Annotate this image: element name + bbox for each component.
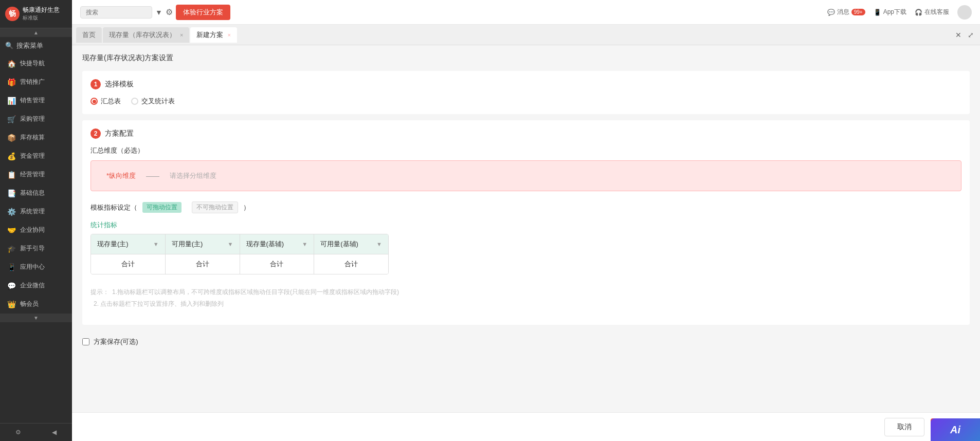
app-version: 标准版: [23, 14, 60, 22]
message-label: 消息: [837, 8, 849, 16]
search-input[interactable]: [80, 6, 152, 19]
tip-1-text: 1.拖动标题栏可以调整布局，不可跨维度或指标区域拖动任目字段(只能在同一维度或指…: [112, 288, 399, 297]
window-controls: ✕ ⤢: [953, 30, 976, 40]
sidebar-scroll-up[interactable]: ▲: [0, 28, 72, 37]
radio-cross[interactable]: 交叉统计表: [131, 97, 175, 106]
cancel-button[interactable]: 取消: [884, 418, 924, 436]
sidebar-item-nav[interactable]: 🏠 快捷导航: [0, 54, 72, 73]
sidebar-item-stock[interactable]: 📦 库存核算: [0, 128, 72, 147]
sidebar-item-enterprise[interactable]: 🤝 企业协同: [0, 221, 72, 240]
col-aux-stock[interactable]: 现存量(基辅) ▼: [240, 234, 315, 254]
sidebar-item-sales[interactable]: 📊 销售管理: [0, 91, 72, 110]
col-main-stock[interactable]: 现存量(主) ▼: [91, 234, 166, 254]
sidebar-system-label: 系统管理: [20, 207, 45, 216]
message-btn[interactable]: 💬 消息 99+: [827, 8, 865, 16]
sidebar-item-finance[interactable]: 💰 资金管理: [0, 147, 72, 166]
step1-title: 选择模板: [105, 80, 134, 89]
col-aux-avail-dropdown[interactable]: ▼: [376, 241, 382, 247]
tab-inventory-label: 现存量（库存状况表）: [109, 30, 176, 40]
search-dropdown-btn[interactable]: ▼: [155, 8, 162, 16]
sidebar-item-guide[interactable]: 🎓 新手引导: [0, 240, 72, 258]
col-aux-stock-label: 现存量(基辅): [246, 240, 284, 249]
trial-btn[interactable]: 体验行业方案: [176, 5, 230, 20]
graduation-icon: 🎓: [7, 244, 16, 253]
online-service-label: 在线客服: [924, 8, 949, 16]
logo-icon: 畅: [5, 7, 20, 21]
ai-float-btn[interactable]: Ai: [931, 418, 980, 441]
indicator-setting-suffix: ）: [243, 203, 250, 212]
tab-new-plan-label: 新建方案: [196, 30, 223, 40]
cell-1: 合计: [166, 254, 240, 274]
close-window-btn[interactable]: ✕: [953, 30, 964, 40]
sidebar-item-marketing[interactable]: 🎁 营销推广: [0, 73, 72, 91]
radio-summary-circle: [90, 98, 98, 105]
sidebar-enterprise-label: 企业协同: [20, 226, 45, 234]
col-main-stock-dropdown[interactable]: ▼: [153, 241, 159, 247]
tips-section: 提示： 1.拖动标题栏可以调整布局，不可跨维度或指标区域拖动任目字段(只能在同一…: [90, 283, 961, 317]
step2-badge: 2: [90, 128, 101, 139]
col-main-avail-dropdown[interactable]: ▼: [228, 241, 233, 247]
expand-window-btn[interactable]: ⤢: [966, 30, 976, 40]
tab-home[interactable]: 首页: [76, 27, 102, 43]
mobile-icon: 📱: [7, 263, 16, 272]
tab-inventory-close[interactable]: ×: [180, 32, 183, 38]
headset-icon: 🎧: [915, 9, 922, 16]
ai-btn-label: Ai: [950, 424, 960, 436]
tip-1-num: 提示：: [90, 288, 109, 297]
save-checkbox[interactable]: [82, 338, 89, 345]
sidebar-member-label: 畅会员: [20, 300, 39, 308]
cell-3: 合计: [314, 254, 388, 274]
sidebar-item-operations[interactable]: 📋 经营管理: [0, 166, 72, 184]
sidebar-item-member[interactable]: 👑 畅会员: [0, 295, 72, 314]
user-avatar[interactable]: [957, 5, 972, 20]
sidebar-settings-btn[interactable]: ⚙: [0, 424, 36, 441]
sidebar-basic-label: 基础信息: [20, 189, 45, 197]
draggable-badge: 可拖动位置: [142, 202, 182, 213]
topbar: ▼ ⚙ 体验行业方案 💬 消息 99+ 📱 App下载 🎧 在线客服: [72, 0, 980, 25]
col-main-avail[interactable]: 可用量(主) ▼: [166, 234, 240, 254]
col-aux-avail[interactable]: 可用量(基辅) ▼: [314, 234, 388, 254]
sidebar-item-basic[interactable]: 📑 基础信息: [0, 184, 72, 203]
sidebar-scroll-down[interactable]: ▼: [0, 314, 72, 322]
sidebar-collapse-btn[interactable]: ◀: [36, 424, 72, 441]
step2-header: 2 方案配置: [90, 128, 961, 139]
step1-badge: 1: [90, 79, 101, 89]
sidebar-sales-label: 销售管理: [20, 96, 45, 105]
tab-new-plan-close[interactable]: ×: [227, 32, 230, 38]
handshake-icon: 🤝: [7, 226, 16, 235]
sidebar-item-purchase[interactable]: 🛒 采购管理: [0, 110, 72, 128]
tab-new-plan[interactable]: 新建方案 ×: [190, 27, 237, 43]
sidebar-item-apps[interactable]: 📱 应用中心: [0, 258, 72, 277]
app-download-btn[interactable]: 📱 App下载: [874, 8, 906, 16]
page-title: 现存量(库存状况表)方案设置: [82, 53, 970, 63]
sidebar-item-system[interactable]: ⚙️ 系统管理: [0, 203, 72, 221]
tip-1: 提示： 1.拖动标题栏可以调整布局，不可跨维度或指标区域拖动任目字段(只能在同一…: [90, 288, 961, 297]
indicator-setting-prefix: 模板指标设定（: [90, 203, 137, 212]
phone-icon: 📱: [874, 9, 881, 16]
sidebar-item-search[interactable]: 🔍 搜索菜单: [0, 37, 72, 54]
col-aux-stock-dropdown[interactable]: ▼: [302, 241, 307, 247]
tab-inventory[interactable]: 现存量（库存状况表） ×: [103, 27, 189, 43]
indicator-settings-area: 模板指标设定（ 可拖动位置 不可拖动位置 ） 统计指标 现存量(主) ▼ 可用: [90, 201, 961, 274]
radio-summary-label: 汇总表: [101, 97, 121, 106]
settings-gear-icon[interactable]: ⚙: [166, 7, 173, 17]
message-icon: 💬: [827, 9, 835, 16]
chat-icon: 💬: [7, 281, 16, 290]
dimension-area[interactable]: *纵向维度 —— 请选择分组维度: [90, 160, 961, 191]
col-main-avail-label: 可用量(主): [172, 240, 203, 249]
gift-icon: 🎁: [7, 78, 16, 87]
app-download-label: App下载: [883, 8, 906, 16]
sidebar-item-wechat[interactable]: 💬 企业微信: [0, 277, 72, 295]
main-area: ▼ ⚙ 体验行业方案 💬 消息 99+ 📱 App下载 🎧 在线客服 首页: [72, 0, 980, 441]
tab-home-label: 首页: [82, 30, 96, 40]
box-icon: 📦: [7, 133, 16, 142]
indicator-table-header: 现存量(主) ▼ 可用量(主) ▼ 现存量(基辅) ▼ 可用量(基辅): [91, 234, 388, 254]
crown-icon: 👑: [7, 300, 16, 309]
clipboard-icon: 📋: [7, 170, 16, 179]
cell-0: 合计: [91, 254, 166, 274]
dimension-required-label: *纵向维度: [106, 171, 136, 180]
radio-summary[interactable]: 汇总表: [90, 97, 121, 106]
sidebar-apps-label: 应用中心: [20, 263, 45, 271]
collapse-icon: ◀: [41, 429, 67, 436]
online-service-btn[interactable]: 🎧 在线客服: [915, 8, 949, 16]
